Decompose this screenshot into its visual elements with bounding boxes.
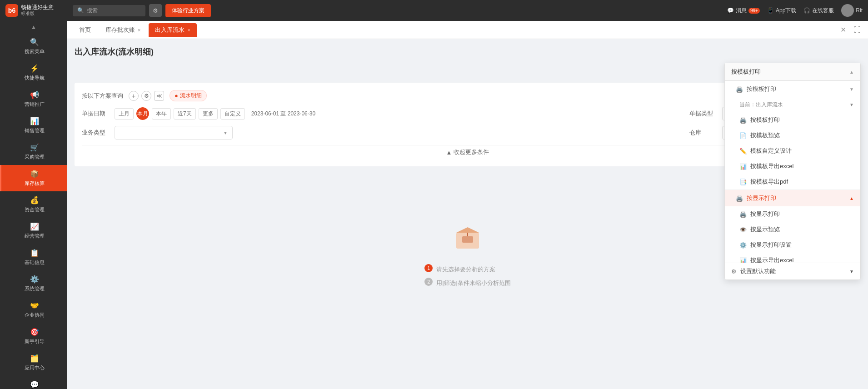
dropdown-item-template-excel[interactable]: 📊 按模板导出excel [725,159,860,174]
tip-number-1: 1 [424,264,433,272]
sidebar-scroll-up[interactable]: ▲ [0,21,67,33]
sidebar-label-basic-info: 基础信息 [25,259,45,266]
top-header: b6 畅捷通好生意 标准版 🔍 搜索 ⚙ 体验行业方案 💬 消息 99+ 📱 A… [0,0,868,21]
tag-icon: ● [175,92,178,99]
tab-close-window-btn[interactable]: ✕ [838,25,848,35]
tab-batch-account-close[interactable]: × [138,27,140,33]
message-badge: 99+ [748,8,760,14]
sidebar-item-sales[interactable]: 📊 销售管理 [0,112,67,139]
dropdown-bottom-settings[interactable]: ⚙ 设置默认功能 ▼ [725,263,860,279]
marketing-icon: 📢 [30,90,39,99]
dropdown-item-template-preview[interactable]: 📄 按模板预览 [725,128,860,143]
date-current-month-btn[interactable]: 本月 [136,107,149,120]
sidebar-item-marketing[interactable]: 📢 营销推广 [0,86,67,112]
flow-detail-tag[interactable]: ● 流水明细 [170,90,207,101]
sidebar-item-cooperation[interactable]: 🤝 企业协同 [0,297,67,323]
header-search[interactable]: 🔍 搜索 [73,5,145,16]
display-print-section-arrow: ▲ [849,196,854,201]
template-excel-label: 按模板导出excel [750,162,793,170]
dropdown-section-display-header[interactable]: 🖨️ 按显示打印 ▲ [725,190,860,206]
app-download-item[interactable]: 📱 App下载 [767,7,796,15]
default-settings-icon: ⚙ [731,268,737,275]
date-filter-group: 上月 本月 本年 近7天 更多 自定义 2023-06-01 至 2023-06… [115,107,315,120]
template-print-section-arrow: ▼ [849,87,854,92]
sales-icon: 📊 [30,117,39,125]
tab-batch-account[interactable]: 库存批次账 × [99,23,147,37]
dropdown-section-template-header[interactable]: 🖨️ 按模板打印 ▼ [725,81,860,97]
dropdown-item-display-print[interactable]: 🖨️ 按显示打印 [725,206,860,222]
dropdown-item-template-print[interactable]: 🖨️ 按模板打印 [725,112,860,128]
logo-sub: 标准版 [21,10,54,17]
sidebar-item-basic-info[interactable]: 📋 基础信息 [0,244,67,270]
empty-tip-1: 请先选择要分析的方案 [436,265,495,274]
biz-type-select[interactable]: ▼ [115,126,233,140]
sidebar-item-quick-nav[interactable]: ⚡ 快捷导航 [0,60,67,86]
date-current-year-btn[interactable]: 本年 [152,108,171,120]
dropdown-item-template-custom[interactable]: ✏️ 模板自定义设计 [725,143,860,159]
current-sub-arrow: ▼ [849,102,854,107]
message-item[interactable]: 💬 消息 99+ [727,7,760,15]
tab-home[interactable]: 首页 [73,23,97,37]
tab-expand-btn[interactable]: ⛶ [852,25,863,35]
date-recent7-btn[interactable]: 近7天 [174,108,196,120]
sidebar-item-business[interactable]: 📈 经营管理 [0,218,67,244]
sidebar-item-search-menu[interactable]: 🔍 搜索菜单 [0,33,67,60]
purchase-icon: 🛒 [30,143,39,152]
wechat-icon: 💬 [30,380,39,389]
collapse-icon: ▲ [446,149,452,156]
dropdown-item-display-preview[interactable]: 👁️ 按显示预览 [725,222,860,237]
sidebar-label-inventory: 库存核算 [25,180,45,187]
template-preview-label: 按模板预览 [750,131,780,140]
dropdown-header[interactable]: 按模板打印 ▲ [725,63,860,81]
filter-scheme-label: 按以下方案查询 [82,92,123,100]
dropdown-current-sub[interactable]: 当前：出入库流水 ▼ [725,97,860,112]
tab-inventory-flow-close[interactable]: × [187,27,190,33]
header-right: 💬 消息 99+ 📱 App下载 🎧 在线客服 Rit [727,4,863,17]
display-settings-label: 按显示打印设置 [750,241,792,249]
logo-area: b6 畅捷通好生意 标准版 [5,4,69,17]
sidebar-label-cooperation: 企业协同 [25,312,45,319]
filter-add-button[interactable]: + [129,91,139,101]
doc-type-label: 单据类型 [689,110,717,118]
user-avatar-item[interactable]: Rit [841,4,863,17]
sidebar-item-app-center[interactable]: 🗂️ 应用中心 [0,349,67,376]
sidebar-item-inventory[interactable]: 📦 库存核算 [0,165,67,191]
trial-button[interactable]: 体验行业方案 [165,4,211,17]
dropdown-title: 按模板打印 [731,68,761,76]
filter-settings-button[interactable]: ⚙ [141,91,151,101]
date-prev-month-btn[interactable]: 上月 [115,108,134,120]
sidebar-item-purchase[interactable]: 🛒 采购管理 [0,139,67,165]
business-icon: 📈 [30,222,39,231]
sidebar-item-finance[interactable]: 💰 资金管理 [0,191,67,218]
template-preview-icon: 📄 [739,132,747,139]
sidebar-item-guide[interactable]: 🎯 新手引导 [0,323,67,349]
quick-nav-icon: ⚡ [30,64,39,73]
date-more-btn[interactable]: 更多 [199,108,218,120]
tab-bar: 首页 库存批次账 × 出入库流水 × ✕ ⛶ [67,21,868,39]
date-custom-btn[interactable]: 自定义 [220,108,245,120]
online-service-icon: 🎧 [803,7,810,14]
sidebar-label-marketing: 营销推广 [25,101,45,108]
tab-batch-account-label: 库存批次账 [105,26,135,34]
tag-label: 流水明细 [180,92,202,100]
message-label: 消息 [736,7,747,15]
sidebar-item-wechat[interactable]: 💬 企业微信 [0,376,67,389]
template-excel-icon: 📊 [739,163,747,170]
filter-collapse-button[interactable]: ≪ [154,91,164,101]
warehouse-label: 仓库 [689,129,717,137]
sidebar-label-app-center: 应用中心 [25,364,45,371]
online-service-label: 在线客服 [812,7,834,15]
guide-icon: 🎯 [30,328,39,336]
tab-inventory-flow[interactable]: 出入库流水 × [149,23,196,37]
dropdown-item-display-settings[interactable]: ⚙️ 按显示打印设置 [725,237,860,253]
display-excel-icon: 📊 [739,257,747,263]
online-service-item[interactable]: 🎧 在线客服 [803,7,834,15]
sidebar-label-search-menu: 搜索菜单 [25,48,45,55]
sidebar-item-system[interactable]: ⚙️ 系统管理 [0,270,67,297]
dropdown-item-template-pdf[interactable]: 📑 按模板导出pdf [725,174,860,190]
main-layout: ▲ 🔍 搜索菜单 ⚡ 快捷导航 📢 营销推广 📊 销售管理 🛒 采购管理 📦 库… [0,21,868,389]
search-menu-icon: 🔍 [30,38,39,46]
header-settings-icon[interactable]: ⚙ [149,4,162,17]
logo-icon: b6 [5,4,18,17]
dropdown-item-display-excel[interactable]: 📊 按显示导出excel [725,253,860,263]
